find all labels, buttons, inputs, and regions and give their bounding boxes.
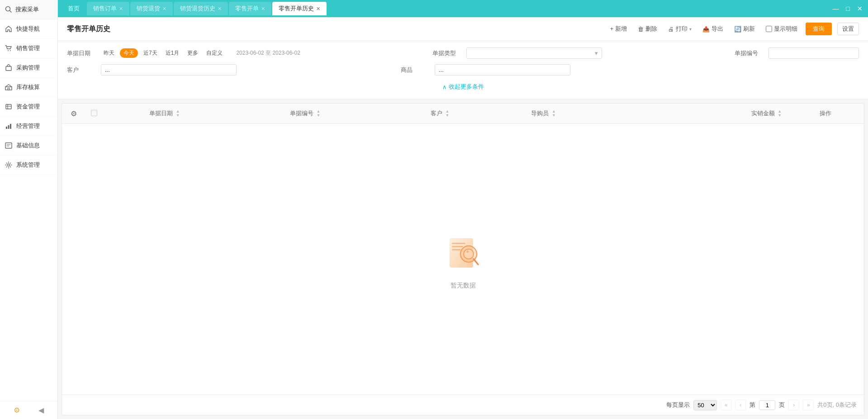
number-filter-input[interactable]	[768, 47, 859, 59]
collapse-btn[interactable]: ∧ 收起更多条件	[437, 81, 489, 93]
tab-retail-open-close[interactable]: ✕	[261, 6, 265, 12]
date-btn-today[interactable]: 今天	[120, 48, 138, 58]
sort-arrows-guide: ▲▼	[552, 109, 556, 118]
date-btn-last-month[interactable]: 近1月	[163, 48, 182, 58]
page-total: 共0页, 0条记录	[817, 401, 857, 409]
date-btn-yesterday[interactable]: 昨天	[101, 48, 117, 58]
delete-btn[interactable]: 🗑 删除	[635, 23, 660, 35]
display-detail-btn[interactable]: 显示明细	[763, 23, 800, 35]
col-checkbox-select	[85, 104, 144, 124]
col-number[interactable]: 单据编号 ▲▼	[285, 104, 425, 124]
sidebar-footer: ⚙ ◀	[0, 401, 57, 419]
settings-icon	[5, 161, 13, 169]
minimize-btn[interactable]: —	[831, 5, 841, 12]
col-amount[interactable]: 实销金额 ▲▼	[646, 104, 787, 124]
col-amount-label: 实销金额	[751, 110, 775, 117]
settings-filter-btn[interactable]: 设置	[837, 23, 859, 35]
select-all-checkbox[interactable]	[91, 110, 97, 116]
customer-filter-select[interactable]: ...	[101, 64, 237, 75]
col-guide[interactable]: 导购员 ▲▼	[526, 104, 646, 124]
tab-sales-return-label: 销货退货	[137, 5, 160, 13]
page-input[interactable]	[759, 400, 775, 410]
sidebar-item-inventory[interactable]: 库存核算	[0, 78, 57, 97]
tab-home-label: 首页	[68, 5, 80, 13]
last-page-btn[interactable]: »	[803, 400, 814, 410]
display-detail-label: 显示明细	[774, 25, 797, 33]
svg-rect-16	[452, 249, 461, 250]
col-date[interactable]: 单据日期 ▲▼	[144, 104, 285, 124]
add-btn-label: + 新增	[610, 25, 627, 33]
tab-sales-return-history-close[interactable]: ✕	[218, 6, 222, 12]
type-select-arrow: ▾	[595, 50, 598, 56]
home-icon	[5, 25, 13, 33]
delete-icon: 🗑	[638, 26, 644, 33]
tab-retail-open-history[interactable]: 零售开单历史 ✕	[272, 2, 327, 15]
query-btn[interactable]: 查询	[806, 23, 832, 35]
filter-row-1: 单据日期 昨天 今天 近7天 近1月 更多 自定义 2023-06-02 至 2…	[67, 47, 859, 59]
tab-sales-order[interactable]: 销售订单 ✕	[87, 2, 129, 15]
svg-rect-9	[8, 125, 9, 129]
type-filter-select[interactable]: ▾	[466, 47, 602, 59]
svg-line-19	[474, 259, 478, 264]
tab-home[interactable]: 首页	[62, 2, 86, 15]
sidebar-item-label: 采购管理	[16, 64, 40, 72]
sidebar-item-basic-info[interactable]: 基础信息	[0, 136, 57, 155]
next-page-btn[interactable]: ›	[788, 400, 799, 410]
col-action-label: 操作	[820, 110, 831, 117]
goods-filter-select[interactable]: ...	[435, 64, 570, 75]
date-btn-last7[interactable]: 近7天	[141, 48, 160, 58]
refresh-icon: 🔄	[734, 26, 741, 33]
table-settings-btn[interactable]: ⚙	[67, 107, 80, 120]
chart-icon	[5, 122, 13, 130]
sidebar-item-label: 快捷导航	[16, 25, 40, 33]
first-page-btn[interactable]: «	[721, 400, 731, 410]
footer-settings-btn[interactable]: ⚙	[14, 406, 20, 414]
col-customer[interactable]: 客户 ▲▼	[425, 104, 526, 124]
tab-sales-return-close[interactable]: ✕	[162, 6, 166, 12]
sidebar-item-purchase-mgmt[interactable]: 采购管理	[0, 58, 57, 78]
tab-sales-return-history[interactable]: 销货退货历史 ✕	[174, 2, 228, 15]
footer-collapse-btn[interactable]: ◀	[38, 406, 44, 414]
add-btn[interactable]: + 新增	[607, 23, 630, 35]
tab-retail-open[interactable]: 零售开单 ✕	[229, 2, 271, 15]
per-page-label: 每页显示	[666, 401, 690, 409]
date-btn-more[interactable]: 更多	[185, 48, 201, 58]
tab-retail-open-history-close[interactable]: ✕	[316, 6, 320, 12]
prev-page-btn[interactable]: ‹	[735, 400, 746, 410]
tab-sales-order-close[interactable]: ✕	[119, 6, 123, 12]
sidebar-item-label: 销售管理	[16, 44, 40, 52]
svg-point-18	[464, 249, 474, 259]
svg-point-3	[10, 50, 11, 51]
per-page-select[interactable]: 50 10 20 100	[693, 400, 717, 410]
refresh-btn-label: 刷新	[743, 25, 755, 33]
tab-sales-return[interactable]: 销货退货 ✕	[130, 2, 173, 15]
empty-icon	[441, 229, 486, 274]
sort-arrows-customer: ▲▼	[445, 109, 449, 118]
goods-filter-label: 商品	[401, 66, 426, 74]
col-action: 操作	[787, 104, 864, 124]
display-detail-checkbox[interactable]	[766, 26, 772, 32]
close-btn[interactable]: ✕	[855, 5, 864, 12]
delete-btn-label: 删除	[645, 25, 657, 33]
sidebar-search[interactable]: 搜索采单	[0, 0, 57, 19]
sidebar-item-operation[interactable]: 经营管理	[0, 117, 57, 136]
print-btn[interactable]: 🖨 打印 ▾	[665, 23, 694, 35]
sidebar-item-finance[interactable]: 资金管理	[0, 97, 57, 117]
col-number-label: 单据编号	[290, 110, 313, 117]
svg-rect-14	[452, 243, 465, 244]
sidebar-item-quick-nav[interactable]: 快捷导航	[0, 19, 57, 39]
query-btn-label: 查询	[813, 25, 825, 33]
sort-arrows-date: ▲▼	[176, 109, 180, 118]
refresh-btn[interactable]: 🔄 刷新	[731, 23, 758, 35]
sidebar: 搜索采单 快捷导航 销售管理 采购管理	[0, 0, 58, 419]
export-btn[interactable]: 📤 导出	[700, 23, 726, 35]
sidebar-item-sys-mgmt[interactable]: 系统管理	[0, 155, 57, 175]
export-icon: 📤	[702, 26, 710, 33]
type-filter-label: 单据类型	[432, 49, 457, 57]
maximize-btn[interactable]: □	[844, 5, 852, 12]
sidebar-item-sales-mgmt[interactable]: 销售管理	[0, 39, 57, 58]
sidebar-item-label: 库存核算	[16, 83, 40, 91]
date-btn-custom[interactable]: 自定义	[204, 48, 225, 58]
toolbar: + 新增 🗑 删除 🖨 打印 ▾ 📤 导出 🔄 刷新	[607, 23, 859, 35]
settings-filter-label: 设置	[842, 25, 854, 33]
